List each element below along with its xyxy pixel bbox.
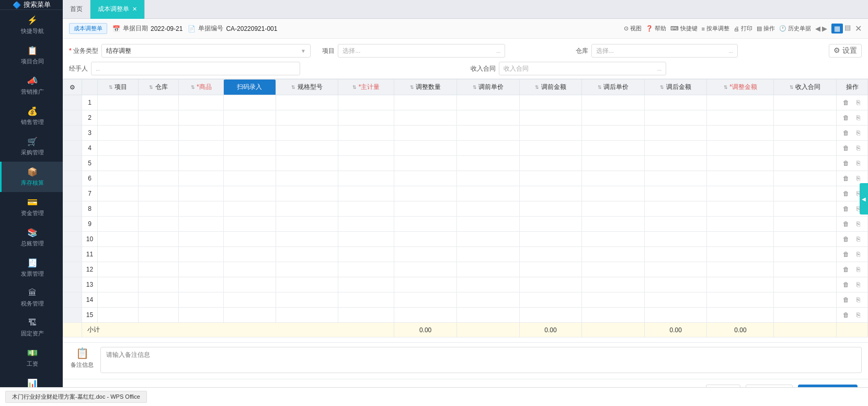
delete-btn-11[interactable]: 🗑 — [841, 249, 851, 260]
delete-btn-10[interactable]: 🗑 — [841, 234, 851, 244]
cell-r6-c2[interactable] — [179, 171, 224, 186]
cell-r3-c6[interactable] — [394, 126, 457, 141]
cell-r1-c8[interactable] — [519, 95, 582, 110]
history-action[interactable]: 🕐 历史单据 — [779, 25, 811, 32]
cell-r12-c5[interactable] — [338, 262, 394, 277]
cell-r6-c11[interactable] — [707, 171, 774, 186]
cell-r10-c3[interactable] — [224, 232, 276, 247]
cell-r15-c11[interactable] — [707, 308, 774, 323]
cell-r8-c0[interactable] — [98, 201, 139, 217]
cell-r7-c12[interactable] — [774, 186, 837, 201]
cell-r11-c0[interactable] — [98, 247, 139, 262]
cell-r12-c8[interactable] — [519, 262, 582, 277]
cell-r11-c7[interactable] — [456, 247, 519, 262]
cell-r9-c5[interactable] — [338, 217, 394, 232]
cell-r2-c8[interactable] — [519, 110, 582, 126]
row-settings-3[interactable] — [63, 126, 82, 141]
nav-next-btn[interactable]: ▶ — [822, 25, 827, 32]
cell-r13-c0[interactable] — [98, 277, 139, 292]
cell-r15-c3[interactable] — [224, 308, 276, 323]
cell-r15-c0[interactable] — [98, 308, 139, 323]
cell-r5-c2[interactable] — [179, 156, 224, 171]
delete-btn-2[interactable]: 🗑 — [841, 112, 851, 123]
cell-r10-c10[interactable] — [644, 232, 707, 247]
cell-r14-c3[interactable] — [224, 292, 276, 308]
layout-btn-2[interactable]: ▤ — [844, 24, 851, 33]
sidebar-item-funds-mgmt[interactable]: 💳 资金管理 — [0, 192, 63, 222]
cell-r2-c2[interactable] — [179, 110, 224, 126]
copy-btn-13[interactable]: ⎘ — [853, 279, 863, 290]
cell-r8-c1[interactable] — [138, 201, 179, 217]
delete-btn-6[interactable]: 🗑 — [841, 173, 851, 184]
row-settings-14[interactable] — [63, 292, 82, 308]
cell-r10-c5[interactable] — [338, 232, 394, 247]
cell-r4-c7[interactable] — [456, 141, 519, 156]
cell-r7-c0[interactable] — [98, 186, 139, 201]
col-adj-qty-header[interactable]: ⇅ 调整数量 — [394, 80, 457, 95]
cell-r3-c2[interactable] — [179, 126, 224, 141]
taskbar-wps-item[interactable]: 木门行业好业财处理方案-墓红红.doc - WPS Office — [5, 391, 147, 403]
cell-r4-c0[interactable] — [98, 141, 139, 156]
cell-r6-c3[interactable] — [224, 171, 276, 186]
handler-input[interactable]: ... — [91, 62, 300, 75]
delete-btn-14[interactable]: 🗑 — [841, 295, 851, 305]
cell-r7-c4[interactable] — [276, 186, 338, 201]
cell-r3-c1[interactable] — [138, 126, 179, 141]
copy-btn-11[interactable]: ⎘ — [853, 249, 863, 260]
col-scan-header[interactable]: 扫码录入 — [224, 80, 276, 95]
copy-btn-2[interactable]: ⎘ — [853, 112, 863, 123]
cell-r4-c6[interactable] — [394, 141, 457, 156]
cell-r10-c4[interactable] — [276, 232, 338, 247]
cell-r1-c4[interactable] — [276, 95, 338, 110]
copy-btn-15[interactable]: ⎘ — [853, 310, 863, 320]
cell-r8-c7[interactable] — [456, 201, 519, 217]
cell-r9-c1[interactable] — [138, 217, 179, 232]
cell-r10-c2[interactable] — [179, 232, 224, 247]
cell-r13-c3[interactable] — [224, 277, 276, 292]
cell-r14-c11[interactable] — [707, 292, 774, 308]
cell-r2-c1[interactable] — [138, 110, 179, 126]
sidebar-item-quick-nav[interactable]: ⚡ 快捷导航 — [0, 10, 63, 40]
cell-r5-c3[interactable] — [224, 156, 276, 171]
cell-r9-c7[interactable] — [456, 217, 519, 232]
cell-r12-c6[interactable] — [394, 262, 457, 277]
copy-btn-4[interactable]: ⎘ — [853, 143, 863, 153]
cell-r13-c8[interactable] — [519, 277, 582, 292]
cell-r13-c7[interactable] — [456, 277, 519, 292]
cell-r13-c10[interactable] — [644, 277, 707, 292]
cell-r14-c10[interactable] — [644, 292, 707, 308]
cell-r15-c7[interactable] — [456, 308, 519, 323]
cell-r14-c2[interactable] — [179, 292, 224, 308]
notes-input[interactable] — [100, 347, 862, 373]
cell-r10-c12[interactable] — [774, 232, 837, 247]
cell-r8-c2[interactable] — [179, 201, 224, 217]
cell-r9-c0[interactable] — [98, 217, 139, 232]
cell-r8-c10[interactable] — [644, 201, 707, 217]
cell-r13-c6[interactable] — [394, 277, 457, 292]
cell-r4-c3[interactable] — [224, 141, 276, 156]
cell-r14-c5[interactable] — [338, 292, 394, 308]
cell-r4-c4[interactable] — [276, 141, 338, 156]
cell-r2-c6[interactable] — [394, 110, 457, 126]
cell-r1-c9[interactable] — [582, 95, 645, 110]
cell-r1-c0[interactable] — [98, 95, 139, 110]
delete-btn-13[interactable]: 🗑 — [841, 279, 851, 290]
cell-r4-c1[interactable] — [138, 141, 179, 156]
cell-r6-c10[interactable] — [644, 171, 707, 186]
cell-r15-c12[interactable] — [774, 308, 837, 323]
copy-btn-3[interactable]: ⎘ — [853, 128, 863, 138]
cell-r4-c5[interactable] — [338, 141, 394, 156]
cell-r6-c0[interactable] — [98, 171, 139, 186]
cell-r4-c12[interactable] — [774, 141, 837, 156]
cell-r7-c7[interactable] — [456, 186, 519, 201]
cell-r8-c4[interactable] — [276, 201, 338, 217]
cell-r8-c6[interactable] — [394, 201, 457, 217]
cell-r6-c8[interactable] — [519, 171, 582, 186]
col-main-qty-header[interactable]: ⇅ *主计量 — [338, 80, 394, 95]
cell-r2-c0[interactable] — [98, 110, 139, 126]
cell-r6-c9[interactable] — [582, 171, 645, 186]
cell-r3-c5[interactable] — [338, 126, 394, 141]
cell-r5-c5[interactable] — [338, 156, 394, 171]
cell-r2-c3[interactable] — [224, 110, 276, 126]
cell-r3-c4[interactable] — [276, 126, 338, 141]
